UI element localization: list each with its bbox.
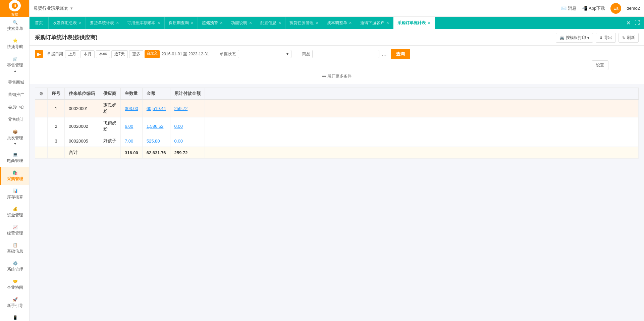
tab-order-summary[interactable]: 要货单统计表 × xyxy=(86,17,123,29)
cell-main-qty-3: 7.00 xyxy=(121,135,143,147)
sidebar-item-retail-stats[interactable]: 零售统计 xyxy=(0,113,29,126)
goods-filter-label: 商品 xyxy=(302,51,310,57)
refresh-button[interactable]: ↻ 刷新 xyxy=(619,33,639,43)
page-title: 采购订单统计表(按供应商) xyxy=(35,34,98,41)
sidebar-item-retail[interactable]: 🛒 零售管理 ▲ xyxy=(0,53,29,76)
tab-expand-button[interactable]: ⛶ xyxy=(633,18,641,27)
sidebar-item-operations[interactable]: 📈 经营管理 xyxy=(0,221,29,239)
tab-receive-summary-close[interactable]: × xyxy=(79,20,82,25)
tab-quality-check-close[interactable]: × xyxy=(191,20,194,25)
column-settings-icon[interactable]: ⚙ xyxy=(39,91,43,96)
query-button[interactable]: 查询 xyxy=(391,49,410,59)
tab-invite-downstream-close[interactable]: × xyxy=(386,20,389,25)
date-btn-7days[interactable]: 近7天 xyxy=(111,50,128,58)
message-label: 消息 xyxy=(568,5,577,11)
tab-invite-downstream[interactable]: 邀请下游客户 × xyxy=(356,17,393,29)
filter-toggle-button[interactable]: ▶ xyxy=(35,50,43,58)
app-download-button[interactable]: 📲 App下载 xyxy=(582,5,605,11)
sidebar-item-app-center[interactable]: 📱 应用中心 xyxy=(0,312,29,321)
sidebar-item-retail-stats-label: 零售统计 xyxy=(8,117,24,122)
sidebar-retail-section: 🛒 零售管理 ▲ 零售商城 营销推广 会员中心 零售统计 xyxy=(0,53,29,126)
tab-config-info[interactable]: 配置信息 × xyxy=(256,17,285,29)
cell-seq-2: 2 xyxy=(48,117,65,135)
tab-pick-task[interactable]: 拣货任务管理 × xyxy=(285,17,323,29)
sidebar-item-purchase[interactable]: 🛍️ 采购管理 xyxy=(0,167,29,185)
tab-quality-check[interactable]: 保质期查询 × xyxy=(165,17,198,29)
th-paid-amount: 累计付款金额 xyxy=(170,88,205,100)
cell-settings-2 xyxy=(35,117,48,135)
cell-main-qty-1: 303.00 xyxy=(121,100,143,117)
footer-extra xyxy=(205,147,638,159)
sidebar-item-system[interactable]: ⚙️ 系统管理 xyxy=(0,258,29,276)
system-icon: ⚙️ xyxy=(13,261,18,266)
status-select-value xyxy=(241,52,242,56)
tab-available-stock-label: 可用量库存账本 xyxy=(127,20,155,26)
status-select[interactable]: ▾ xyxy=(238,50,291,58)
sidebar-item-retail-mall[interactable]: 零售商城 xyxy=(0,76,29,89)
sidebar-item-member[interactable]: 会员中心 xyxy=(0,101,29,113)
filter-expand-row: ▾▾ 展开更多条件 xyxy=(35,72,639,81)
footer-label: 合计 xyxy=(65,147,121,159)
print-button[interactable]: 🖨️ 按模板打印 ▾ xyxy=(556,33,593,43)
tab-cost-adjust-close[interactable]: × xyxy=(349,20,352,25)
sidebar-item-enterprise[interactable]: 🤝 企业协同 xyxy=(0,276,29,294)
sidebar-item-quick-nav[interactable]: ⭐ 快捷导航 xyxy=(0,35,29,53)
username-display[interactable]: demo2 xyxy=(627,6,640,11)
cell-settings-1 xyxy=(35,100,48,117)
tab-close-all-button[interactable]: ✕ xyxy=(625,18,632,28)
sidebar-item-newbie[interactable]: 🚀 新手引导 xyxy=(0,294,29,312)
tab-function-desc[interactable]: 功能说明 × xyxy=(227,17,256,29)
date-btn-more[interactable]: 更多 xyxy=(129,50,143,58)
sidebar-item-inventory[interactable]: 📊 库存核算 xyxy=(0,185,29,203)
table-footer: 合计 316.00 62,631.76 259.72 xyxy=(35,147,639,159)
sidebar-item-ecommerce[interactable]: 💻 电商管理 xyxy=(0,149,29,167)
tab-overstock-warning[interactable]: 超储预警 × xyxy=(198,17,227,29)
message-button[interactable]: ✉️ 消息 xyxy=(561,5,577,11)
tab-purchase-summary-close[interactable]: × xyxy=(428,20,430,25)
th-amount: 金额 xyxy=(142,88,170,100)
tab-cost-adjust[interactable]: 成本调整单 × xyxy=(323,17,356,29)
th-supplier-name: 供应商 xyxy=(99,88,121,100)
goods-filter-group: 商品 … xyxy=(302,50,387,58)
breadcrumb-dropdown-icon[interactable]: ▾ xyxy=(70,6,73,11)
cell-amount-3: 525.80 xyxy=(142,135,170,147)
table-row: 3 00020005 好孩子 7.00 525.80 0.00 xyxy=(35,135,639,147)
cell-supplier-code-1: 00020001 xyxy=(65,100,99,117)
tab-overstock-warning-close[interactable]: × xyxy=(220,20,223,25)
date-filter-label: 单据日期 xyxy=(47,51,63,57)
expand-more-button[interactable]: ▾▾ 展开更多条件 xyxy=(317,72,357,81)
sidebar-item-system-label: 系统管理 xyxy=(7,267,23,272)
page-actions: 🖨️ 按模板打印 ▾ ⬇ 导出 ↻ 刷新 xyxy=(556,33,639,43)
setting-button[interactable]: 设置 xyxy=(592,60,608,70)
tab-pick-task-label: 拣货任务管理 xyxy=(289,20,314,26)
tab-overstock-warning-label: 超储预警 xyxy=(202,20,218,26)
date-btn-this-year[interactable]: 本年 xyxy=(96,50,110,58)
sidebar-item-search[interactable]: 🔍 搜索菜单 xyxy=(0,17,29,35)
tab-home[interactable]: 首页 xyxy=(30,17,49,29)
tab-purchase-summary[interactable]: 采购订单统计表 × xyxy=(393,17,435,29)
avatar: Ea xyxy=(610,3,621,14)
sidebar-item-basic-info[interactable]: 📋 基础信息 xyxy=(0,239,29,258)
tab-receive-summary[interactable]: 收发存汇总表 × xyxy=(49,17,86,29)
tab-available-stock-close[interactable]: × xyxy=(157,20,160,25)
export-label: 导出 xyxy=(604,35,612,41)
date-btn-last-month[interactable]: 上月 xyxy=(65,50,79,58)
tab-cost-adjust-label: 成本调整单 xyxy=(327,20,347,26)
sidebar-item-marketing[interactable]: 营销推广 xyxy=(0,89,29,101)
tab-pick-task-close[interactable]: × xyxy=(316,20,318,25)
th-supplier-code: 往来单位编码 xyxy=(65,88,99,100)
tab-function-desc-close[interactable]: × xyxy=(249,20,252,25)
table-body: 1 00020001 惠氏奶粉 303.00 60,519.44 259.72 … xyxy=(35,100,639,147)
sidebar-item-search-label: 搜索菜单 xyxy=(7,26,23,32)
goods-input[interactable] xyxy=(312,50,379,58)
tab-config-info-close[interactable]: × xyxy=(278,20,281,25)
date-custom-badge[interactable]: 自定义 xyxy=(145,50,160,58)
tab-available-stock[interactable]: 可用量库存账本 × xyxy=(123,17,164,29)
goods-more-icon[interactable]: … xyxy=(381,51,387,57)
tab-order-summary-close[interactable]: × xyxy=(116,20,119,25)
sidebar-item-wholesale[interactable]: 📦 批发管理 ▼ xyxy=(0,126,29,149)
sidebar-item-finance[interactable]: 💰 资金管理 xyxy=(0,203,29,221)
ecommerce-icon: 💻 xyxy=(13,152,18,157)
export-button[interactable]: ⬇ 导出 xyxy=(596,33,616,43)
date-btn-this-month[interactable]: 本月 xyxy=(80,50,95,58)
